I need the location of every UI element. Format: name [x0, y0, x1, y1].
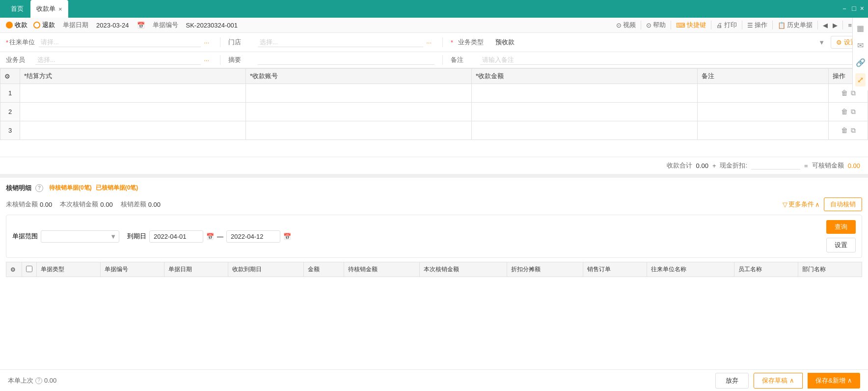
radio-refund[interactable]: 退款 — [33, 21, 55, 29]
counterpart-more[interactable]: ··· — [201, 39, 212, 46]
auto-cancel-btn[interactable]: 自动核销 — [824, 197, 862, 211]
minimize-btn[interactable]: － — [841, 4, 848, 13]
account-cell-1[interactable] — [245, 84, 471, 103]
operation-btn[interactable]: ☰ 操作 — [747, 21, 767, 29]
verification-tabs: 待核销单据(0笔) 已核销单据(0笔) — [47, 183, 140, 193]
business-required: * — [451, 39, 453, 46]
help-btn[interactable]: ⊙ 帮助 — [646, 21, 666, 29]
setting-btn-2[interactable]: 设置 — [826, 238, 856, 252]
calendar-from-icon[interactable]: 📅 — [206, 233, 214, 240]
settlement-cell-2[interactable] — [20, 103, 246, 121]
account-cell-3[interactable] — [245, 121, 471, 140]
tab-pending[interactable]: 待核销单据(0笔) — [47, 183, 94, 193]
bottom-table-container: ⚙ 单据类型 单据编号 单据日期 收款到期日 金额 待核销金额 本次核销金额 折… — [6, 262, 862, 277]
date-from-input[interactable] — [149, 230, 203, 243]
date-label: 单据日期 — [63, 21, 88, 29]
info-icon-footer[interactable]: ? — [35, 377, 42, 384]
verification-title-text: 核销明细 — [6, 184, 31, 193]
history-btn[interactable]: 📋 历史单据 — [778, 21, 813, 29]
settlement-cell-3[interactable] — [20, 121, 246, 140]
more-conditions-link[interactable]: ▽ 更多条件 ∧ — [783, 200, 820, 209]
date-to-input[interactable] — [226, 230, 280, 243]
settlement-cell-1[interactable] — [20, 84, 246, 103]
sidebar-expand-icon[interactable]: ⤢ — [855, 73, 866, 86]
amount-cell-2[interactable] — [471, 103, 697, 121]
col-checkbox — [22, 262, 37, 277]
print-btn[interactable]: 🖨 打印 — [716, 21, 737, 29]
store-input[interactable] — [258, 37, 423, 47]
date-value: 2023-03-24 — [96, 22, 129, 29]
sep4 — [442, 55, 443, 65]
summary-field: 摘要 — [228, 55, 434, 65]
delete-icon-1[interactable]: 🗑 — [841, 89, 848, 97]
date-picker-icon[interactable]: 📅 — [137, 22, 145, 29]
footer-left: 本单上次 ? 0.00 — [8, 376, 56, 385]
copy-icon-2[interactable]: ⧉ — [851, 108, 856, 116]
divider6 — [817, 21, 818, 29]
sidebar-email-icon[interactable]: ✉ — [855, 39, 866, 52]
salesperson-more[interactable]: ··· — [201, 56, 212, 64]
maximize-btn[interactable]: □ — [852, 4, 856, 13]
video-btn[interactable]: ⊙ 视频 — [616, 21, 636, 29]
uncancelled-stat: 未核销金额 0.00 — [6, 200, 52, 209]
footer-right: 放弃 保存草稿 ∧ 保存&新增 ∧ — [715, 373, 860, 389]
remark-input[interactable] — [480, 55, 862, 65]
business-dropdown[interactable]: ▼ — [818, 39, 825, 46]
business-label: 业务类型 — [458, 38, 488, 47]
sidebar-link-icon[interactable]: 🔗 — [854, 56, 868, 69]
remark-cell-3[interactable] — [697, 121, 828, 140]
range-label: 单据范围 — [12, 232, 38, 241]
col-amount: *收款金额 — [471, 69, 697, 84]
receipt-table: ⚙ *结算方式 *收款账号 *收款金额 备注 操作 1 — [0, 68, 868, 140]
discount-input[interactable] — [751, 162, 800, 169]
tab-home[interactable]: 首页 — [4, 0, 30, 18]
table-row: 2 🗑 ⧉ — [0, 103, 868, 121]
col-account: *收款账号 — [245, 69, 471, 84]
footer: 本单上次 ? 0.00 放弃 保存草稿 ∧ 保存&新增 ∧ — [0, 369, 868, 391]
salesperson-input[interactable] — [35, 55, 201, 65]
verification-info-icon[interactable]: ? — [35, 184, 43, 192]
store-more[interactable]: ··· — [423, 39, 434, 46]
radio-receipt[interactable]: 收款 — [6, 21, 27, 29]
select-all-checkbox[interactable] — [26, 266, 32, 272]
discount-label: 现金折扣: — [720, 161, 747, 170]
query-btn[interactable]: 查询 — [826, 220, 856, 234]
counterpart-input[interactable] — [39, 37, 201, 47]
save-draft-btn[interactable]: 保存草稿 ∧ — [754, 373, 803, 389]
table-settings-header[interactable]: ⚙ — [0, 69, 20, 84]
sidebar-table-icon[interactable]: ▦ — [855, 22, 866, 35]
list-view-icon[interactable]: ≡ — [848, 22, 852, 29]
abandon-btn[interactable]: 放弃 — [715, 373, 749, 389]
number-label: 单据编号 — [153, 21, 178, 29]
calendar-to-icon[interactable]: 📅 — [283, 233, 291, 240]
summary-input[interactable] — [258, 55, 434, 65]
main-content: 收款 退款 单据日期 2023-03-24 📅 单据编号 SK-20230324… — [0, 18, 868, 391]
divider1 — [641, 21, 641, 29]
nav-right[interactable]: ▶ — [833, 22, 838, 29]
amount-cell-3[interactable] — [471, 121, 697, 140]
col-remark: 备注 — [697, 69, 828, 84]
tab-close-icon[interactable]: × — [58, 5, 62, 13]
account-cell-2[interactable] — [245, 103, 471, 121]
delete-icon-3[interactable]: 🗑 — [841, 126, 848, 135]
tab-done[interactable]: 已核销单据(0笔) — [94, 183, 140, 193]
col-settings-bottom[interactable]: ⚙ — [6, 262, 22, 277]
delete-icon-2[interactable]: 🗑 — [841, 108, 848, 116]
save-new-btn[interactable]: 保存&新增 ∧ — [808, 373, 860, 389]
action-cell-2: 🗑 ⧉ — [829, 103, 868, 121]
copy-icon-3[interactable]: ⧉ — [851, 126, 856, 135]
remark-cell-2[interactable] — [697, 103, 828, 121]
section-divider — [0, 174, 868, 178]
remark-cell-1[interactable] — [697, 84, 828, 103]
table-row: 1 🗑 ⧉ — [0, 84, 868, 103]
tab-active[interactable]: 收款单 × — [30, 0, 68, 18]
range-select[interactable] — [41, 230, 119, 243]
business-value: 预收款 — [495, 38, 515, 47]
col-dept-name: 部门名称 — [798, 262, 862, 277]
shortcut-btn[interactable]: ⌨ 快捷键 — [676, 21, 706, 29]
radio-refund-dot — [33, 22, 40, 28]
close-btn[interactable]: × — [860, 4, 864, 13]
filter-icon: ▽ — [783, 201, 787, 208]
amount-cell-1[interactable] — [471, 84, 697, 103]
nav-left[interactable]: ◀ — [823, 22, 828, 29]
